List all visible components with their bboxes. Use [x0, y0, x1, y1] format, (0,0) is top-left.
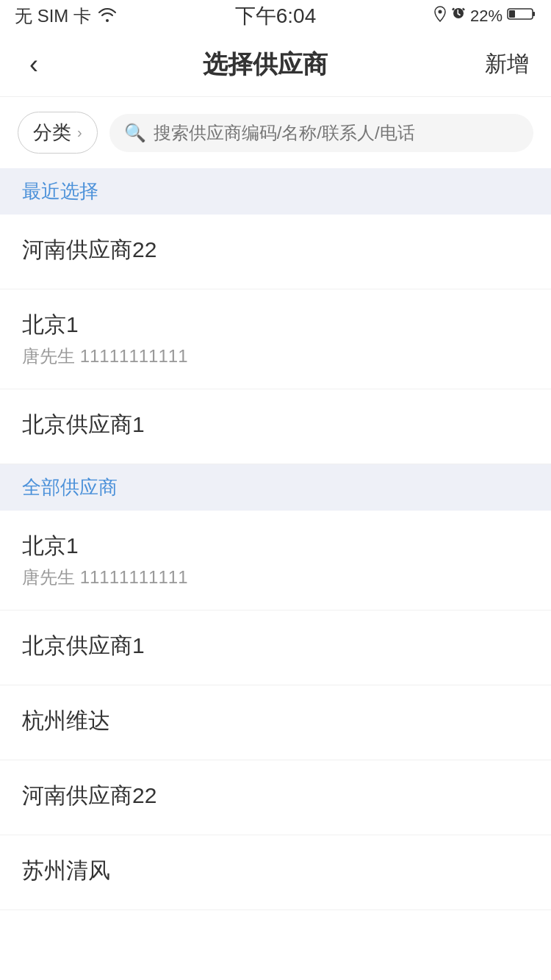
- status-bar: 无 SIM 卡 下午6:04 22%: [0, 0, 551, 32]
- carrier-label: 无 SIM 卡: [15, 4, 91, 28]
- list-item[interactable]: 河南供应商22: [0, 215, 551, 289]
- recent-section-label: 最近选择: [22, 180, 98, 202]
- item-name: 北京供应商1: [22, 410, 529, 440]
- all-section-label: 全部供应商: [22, 476, 118, 498]
- location-icon: [433, 6, 447, 26]
- list-item[interactable]: 杭州维达: [0, 685, 551, 760]
- all-section-header: 全部供应商: [0, 464, 551, 511]
- chevron-right-icon: ›: [77, 124, 82, 141]
- item-name: 北京1: [22, 310, 529, 340]
- item-name: 北京1: [22, 531, 529, 561]
- item-name: 河南供应商22: [22, 781, 529, 811]
- list-item[interactable]: 北京供应商1: [0, 389, 551, 464]
- item-contact: 唐先生 11111111111: [22, 345, 529, 368]
- svg-rect-2: [533, 12, 535, 16]
- status-right: 22%: [433, 6, 536, 26]
- category-button[interactable]: 分类 ›: [18, 112, 98, 154]
- page-title: 选择供应商: [203, 48, 328, 82]
- item-name: 杭州维达: [22, 706, 529, 736]
- list-item[interactable]: 北京供应商1: [0, 610, 551, 685]
- list-item[interactable]: 苏州清风: [0, 835, 551, 910]
- alarm-icon: [451, 7, 466, 26]
- battery-icon: [507, 7, 536, 26]
- recent-list: 河南供应商22北京1唐先生 11111111111北京供应商1: [0, 215, 551, 464]
- category-label: 分类: [33, 120, 71, 145]
- item-name: 北京供应商1: [22, 631, 529, 661]
- wifi-icon: [97, 6, 118, 26]
- svg-point-0: [438, 10, 442, 14]
- nav-bar: ‹ 选择供应商 新增: [0, 32, 551, 97]
- search-input[interactable]: [154, 123, 519, 143]
- item-name: 河南供应商22: [22, 235, 529, 265]
- all-list: 北京1唐先生 11111111111北京供应商1杭州维达河南供应商22苏州清风: [0, 511, 551, 910]
- list-item[interactable]: 北京1唐先生 11111111111: [0, 511, 551, 610]
- search-box: 🔍: [109, 114, 533, 152]
- list-item[interactable]: 北京1唐先生 11111111111: [0, 289, 551, 389]
- recent-section-header: 最近选择: [0, 168, 551, 215]
- add-button[interactable]: 新增: [485, 49, 529, 79]
- battery-label: 22%: [470, 7, 503, 26]
- item-name: 苏州清风: [22, 856, 529, 886]
- search-icon: 🔍: [124, 123, 146, 143]
- filter-bar: 分类 › 🔍: [0, 97, 551, 168]
- svg-rect-3: [509, 10, 515, 18]
- status-left: 无 SIM 卡: [15, 4, 118, 28]
- list-item[interactable]: 河南供应商22: [0, 760, 551, 835]
- back-button[interactable]: ‹: [22, 42, 46, 87]
- item-contact: 唐先生 11111111111: [22, 566, 529, 589]
- status-time: 下午6:04: [235, 2, 317, 30]
